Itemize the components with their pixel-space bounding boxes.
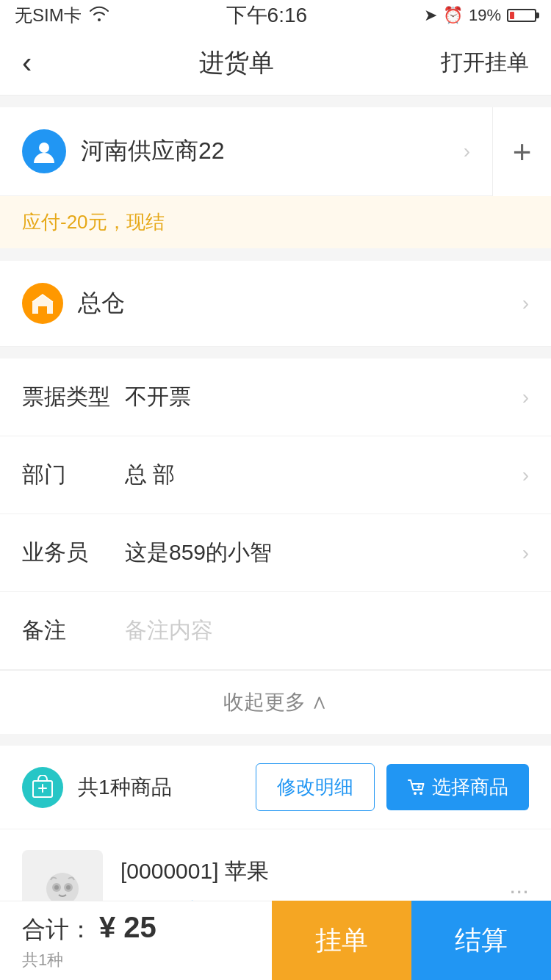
salesperson-chevron-icon: › xyxy=(522,541,529,565)
edit-detail-button[interactable]: 修改明细 xyxy=(256,763,375,811)
form-section: 票据类型 不开票 › 部门 总 部 › 业务员 这是859的小智 › 备注 备注… xyxy=(0,359,551,734)
total-label: 合计： xyxy=(22,916,93,943)
warehouse-selector[interactable]: 总仓 › xyxy=(0,261,551,347)
section-gap-3 xyxy=(0,347,551,359)
salesperson-value: 这是859的小智 xyxy=(125,538,515,568)
ticket-label: 票据类型 xyxy=(22,382,125,412)
section-gap-2 xyxy=(0,249,551,261)
page-title: 进货单 xyxy=(199,46,274,80)
total-count: 共1种 xyxy=(22,949,250,971)
product-name: [0000001] 苹果 xyxy=(120,857,485,887)
product-more-button[interactable]: ··· xyxy=(485,877,529,904)
product-icon xyxy=(22,767,63,808)
form-row-ticket[interactable]: 票据类型 不开票 › xyxy=(0,359,551,436)
supplier-avatar xyxy=(22,129,66,173)
status-bar: 无SIM卡 下午6:16 ➤ ⏰ 19% xyxy=(0,0,551,31)
location-icon: ➤ xyxy=(424,6,437,25)
warehouse-chevron-icon: › xyxy=(522,292,529,315)
svg-point-0 xyxy=(39,143,49,153)
svg-rect-1 xyxy=(38,306,47,314)
svg-point-9 xyxy=(66,885,71,890)
status-left: 无SIM卡 xyxy=(15,4,109,27)
add-supplier-button[interactable]: + xyxy=(492,107,551,196)
collapse-button[interactable]: 收起更多 ∧ xyxy=(0,670,551,734)
section-gap-1 xyxy=(0,96,551,107)
ticket-chevron-icon: › xyxy=(522,386,529,409)
remark-placeholder: 备注内容 xyxy=(125,616,529,646)
svg-point-3 xyxy=(414,792,417,795)
hang-button[interactable]: 挂单 xyxy=(272,901,411,980)
supplier-selector[interactable]: 河南供应商22 › xyxy=(0,107,492,196)
select-product-button[interactable]: 选择商品 xyxy=(386,764,529,810)
bottom-bar: 合计： ¥ 25 共1种 挂单 结算 xyxy=(0,901,551,980)
warehouse-section: 总仓 › xyxy=(0,261,551,347)
cart-icon xyxy=(407,778,426,797)
battery-text: 19% xyxy=(469,6,501,25)
department-label: 部门 xyxy=(22,460,125,490)
form-row-salesperson[interactable]: 业务员 这是859的小智 › xyxy=(0,514,551,592)
open-hang-button[interactable]: 打开挂单 xyxy=(441,48,529,78)
product-count: 共1种商品 xyxy=(78,774,256,801)
department-value: 总 部 xyxy=(125,460,515,490)
remark-label: 备注 xyxy=(22,616,125,646)
salesperson-label: 业务员 xyxy=(22,538,125,568)
alarm-icon: ⏰ xyxy=(443,6,463,25)
supplier-name: 河南供应商22 xyxy=(81,135,456,167)
product-header: 共1种商品 修改明细 选择商品 xyxy=(0,746,551,829)
form-row-department[interactable]: 部门 总 部 › xyxy=(0,436,551,514)
ticket-value: 不开票 xyxy=(125,382,515,412)
warehouse-label: 总仓 xyxy=(78,287,522,320)
info-banner: 应付-20元，现结 xyxy=(0,196,551,249)
supplier-section: 河南供应商22 › + xyxy=(0,107,551,196)
warehouse-icon xyxy=(22,283,63,324)
battery-icon xyxy=(507,9,536,22)
wifi-icon xyxy=(89,5,109,26)
select-product-label: 选择商品 xyxy=(432,774,508,800)
carrier-text: 无SIM卡 xyxy=(15,4,82,27)
status-time: 下午6:16 xyxy=(226,1,308,29)
svg-point-8 xyxy=(54,885,59,890)
total-amount: ¥ 25 xyxy=(99,911,156,943)
nav-bar: ‹ 进货单 打开挂单 xyxy=(0,31,551,96)
settle-button[interactable]: 结算 xyxy=(411,901,551,980)
total-line: 合计： ¥ 25 xyxy=(22,911,250,946)
svg-point-4 xyxy=(419,792,422,795)
total-section: 合计： ¥ 25 共1种 xyxy=(0,901,272,980)
status-right: ➤ ⏰ 19% xyxy=(424,6,536,25)
chevron-right-icon: › xyxy=(464,140,470,163)
form-row-remark[interactable]: 备注 备注内容 xyxy=(0,592,551,670)
department-chevron-icon: › xyxy=(522,464,529,487)
back-button[interactable]: ‹ xyxy=(22,46,32,79)
